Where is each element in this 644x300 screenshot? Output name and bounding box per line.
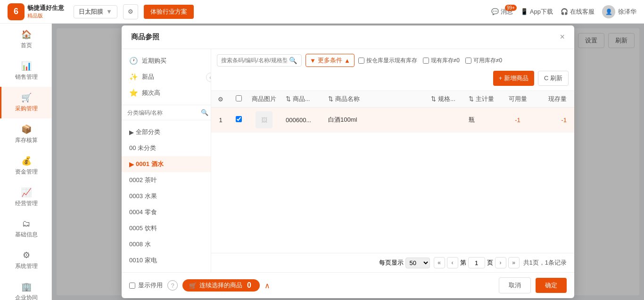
th-available-label: 可用量 [509, 95, 527, 102]
category-0004[interactable]: 0004 零食 [122, 204, 211, 220]
system-icon: ⚙ [23, 250, 30, 260]
basic-info-icon: 🗂 [22, 219, 31, 229]
th-available: 可用量 [499, 91, 537, 108]
page-next-button[interactable]: › [495, 257, 506, 268]
sidebar-item-system[interactable]: ⚙ 系统管理 [0, 244, 51, 276]
sidebar-item-operations[interactable]: 📈 经营管理 [0, 182, 51, 213]
page-last-button[interactable]: » [508, 257, 520, 268]
logo: 6 畅捷通好生意 精品版 [8, 3, 64, 20]
row-stock: -1 [537, 108, 574, 133]
tab-new-label: 新品 [142, 73, 154, 81]
cart-label: 连续选择的商品 [199, 281, 242, 290]
user-menu[interactable]: 👤 徐泽华 [602, 5, 636, 18]
category-all[interactable]: ▶ 全部分类 [122, 124, 211, 140]
sidebar-item-finance[interactable]: 💰 资金管理 [0, 150, 51, 182]
page-first-button[interactable]: « [434, 257, 445, 268]
category-search-input[interactable] [127, 109, 198, 116]
category-label: 全部分类 [136, 128, 160, 136]
show-disabled-input[interactable] [129, 283, 135, 289]
avatar: 👤 [602, 5, 615, 18]
category-0010[interactable]: 0010 家电 [122, 252, 211, 268]
category-0008[interactable]: 0008 水 [122, 236, 211, 252]
tab-frequent[interactable]: ⭐ 频次高 [122, 85, 211, 101]
checkbox-stock-nonzero-input[interactable] [423, 58, 429, 64]
confirm-button[interactable]: 确定 [536, 278, 567, 293]
headset-icon: 🎧 [561, 8, 568, 15]
th-unit-label: 主计量 [476, 95, 494, 102]
table-body: 1 🖼 000600... 白酒100ml [211, 108, 574, 133]
sidebar-item-inventory[interactable]: 📦 库存核算 [0, 118, 51, 150]
message-button[interactable]: 💬 消息 99+ [491, 8, 513, 16]
th-stock: 现存量 [537, 91, 574, 108]
sidebar-item-home[interactable]: 🏠 首页 [0, 24, 51, 55]
modal-right-panel: 🔍 ▼ 更多条件 ▲ 按仓库显示现有库存 [211, 49, 574, 272]
settings-icon[interactable]: ⚙ [218, 96, 223, 103]
sidebar-item-enterprise[interactable]: 🏢 企业协同 [0, 276, 51, 300]
page-number-input[interactable] [468, 257, 485, 268]
cart-icon: 🛒 [189, 282, 197, 289]
filter-button[interactable]: ▼ 更多条件 ▲ [305, 54, 355, 67]
per-page-select[interactable]: 50 20 100 [405, 258, 430, 268]
sidebar-item-basic-info[interactable]: 🗂 基础信息 [0, 213, 51, 244]
checkbox-available-nonzero[interactable]: 可用库存≠0 [465, 57, 502, 65]
product-search-icon[interactable]: 🔍 [289, 57, 297, 64]
category-0003[interactable]: 0003 水果 [122, 188, 211, 204]
category-label: 0001 酒水 [136, 160, 164, 168]
sidebar-item-label: 销售管理 [15, 73, 38, 81]
select-all-checkbox[interactable] [236, 95, 242, 101]
operations-icon: 📈 [21, 187, 32, 198]
table: ⚙ 商品图片 [211, 91, 574, 133]
app-download-button[interactable]: 📱 App下载 [520, 8, 553, 16]
checkbox-stock-nonzero[interactable]: 现有库存≠0 [423, 57, 460, 65]
category-0002[interactable]: 0002 茶叶 [122, 172, 211, 188]
trial-button[interactable]: 体验行业方案 [144, 5, 194, 19]
product-table: ⚙ 商品图片 [211, 91, 574, 253]
modal-close-button[interactable]: × [560, 32, 565, 42]
modal-footer: 显示停用 ? 🛒 连续选择的商品 0 ∧ 取消 确定 [122, 272, 574, 298]
cart-collapse-button[interactable]: ∧ [264, 281, 270, 290]
category-label: 0010 家电 [129, 256, 157, 265]
home-icon: 🏠 [21, 29, 32, 40]
modal-title: 商品参照 [131, 33, 159, 42]
checkbox-warehouse-input[interactable] [358, 58, 364, 64]
tab-new[interactable]: ✨ 新品 [122, 69, 211, 85]
cancel-button[interactable]: 取消 [499, 277, 531, 293]
new-product-button[interactable]: + 新增商品 [493, 71, 534, 86]
category-search-icon[interactable]: 🔍 [201, 109, 208, 116]
table-row[interactable]: 1 🖼 000600... 白酒100ml [211, 108, 574, 133]
category-00[interactable]: 00 未分类 [122, 140, 211, 156]
product-reference-modal: 商品参照 × 🕐 近期购买 ✨ [122, 25, 574, 298]
sidebar-item-sales[interactable]: 📊 销售管理 [0, 55, 51, 87]
product-search: 🔍 [217, 54, 302, 67]
expand-icon: ▶ [129, 129, 134, 136]
settings-icon[interactable]: ⚙ [123, 4, 138, 19]
show-disabled-checkbox[interactable]: 显示停用 [129, 281, 163, 290]
th-spec-label: 规格... [438, 95, 455, 102]
customer-service-button[interactable]: 🎧 在线客服 [561, 8, 594, 16]
cart-selector[interactable]: 🛒 连续选择的商品 0 [182, 279, 260, 292]
logo-text: 畅捷通好生意 精品版 [27, 4, 64, 19]
table-header: ⚙ 商品图片 [211, 91, 574, 108]
product-search-input[interactable] [221, 57, 287, 64]
tab-recent[interactable]: 🕐 近期购买 [122, 53, 211, 69]
category-0001[interactable]: ▶ 0001 酒水 [122, 156, 211, 172]
chevron-down-icon: ▼ [106, 8, 112, 15]
main-layout: 🏠 首页 📊 销售管理 🛒 采购管理 📦 库存核算 💰 资金管理 📈 经营管理 … [0, 24, 644, 300]
category-0005[interactable]: 0005 饮料 [122, 220, 211, 236]
page-prev-button[interactable]: ‹ [447, 257, 458, 268]
row-checkbox[interactable] [236, 116, 242, 122]
checkbox-available-nonzero-input[interactable] [465, 58, 471, 64]
checkbox-warehouse[interactable]: 按仓库显示现有库存 [358, 57, 417, 65]
refresh-list-button[interactable]: C 刷新 [538, 71, 569, 86]
tab-recent-label: 近期购买 [142, 57, 166, 65]
main-area: 查询 设置 刷新 商品参照 × [52, 24, 644, 300]
category-label: 00 未分类 [129, 144, 156, 152]
page-nav: « ‹ 第 页 › » [434, 257, 520, 268]
help-button[interactable]: ? [167, 280, 178, 291]
store-selector[interactable]: 日太阳膜 ▼ [74, 5, 117, 18]
page-total: 共1页，1条记录 [523, 258, 567, 267]
category-list: ▶ 全部分类 00 未分类 ▶ 0001 酒水 0002 茶 [122, 120, 211, 272]
sidebar-item-purchase[interactable]: 🛒 采购管理 [0, 87, 51, 118]
per-page-label: 每页显示 [379, 258, 404, 267]
show-disabled-label: 显示停用 [138, 281, 163, 290]
